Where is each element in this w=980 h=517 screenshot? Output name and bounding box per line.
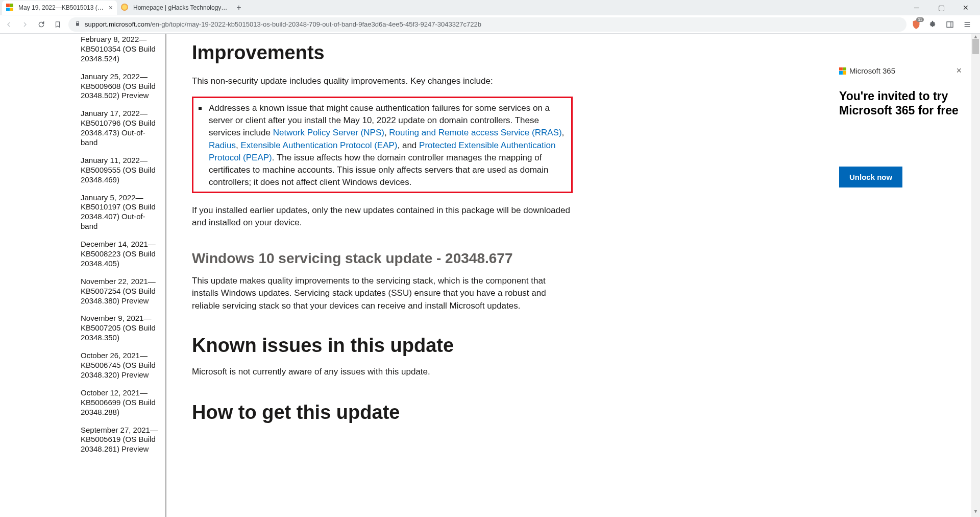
back-button[interactable] xyxy=(3,19,14,30)
lock-icon xyxy=(75,20,81,29)
svg-rect-0 xyxy=(947,21,953,27)
heading-how-to-get: How to get this update xyxy=(192,402,573,424)
address-bar[interactable]: support.microsoft.com/en-gb/topic/may-19… xyxy=(68,17,906,32)
paragraph: If you installed earlier updates, only t… xyxy=(192,204,573,229)
unlock-now-button[interactable]: Unlock now xyxy=(839,167,902,187)
bullet-text: Addresses a known issue that might cause… xyxy=(209,102,566,189)
toolbar: support.microsoft.com/en-gb/topic/may-19… xyxy=(0,15,980,34)
heading-ssu: Windows 10 servicing stack update - 2034… xyxy=(192,250,573,267)
sidebar-item[interactable]: November 22, 2021—KB5007254 (OS Build 20… xyxy=(66,273,165,310)
sidebar-item[interactable]: November 9, 2021—KB5007205 (OS Build 203… xyxy=(66,310,165,347)
sidebar-item[interactable]: February 8, 2022—KB5010354 (OS Build 203… xyxy=(66,35,165,68)
link-rras[interactable]: Routing and Remote access Service (RRAS) xyxy=(389,128,561,137)
bullet-marker-icon xyxy=(199,107,202,110)
brave-shield-icon[interactable]: 31 xyxy=(912,19,921,30)
sidebar-item[interactable]: January 25, 2022—KB5009608 (OS Build 203… xyxy=(66,68,165,105)
sidebar-icon[interactable] xyxy=(944,19,955,30)
scroll-down-arrow-icon[interactable]: ▼ xyxy=(971,508,980,517)
close-tab-icon[interactable]: × xyxy=(109,4,113,12)
sidebar-item[interactable]: December 14, 2021—KB5008223 (OS Build 20… xyxy=(66,236,165,273)
heading-improvements: Improvements xyxy=(192,42,573,64)
microsoft-logo-icon xyxy=(839,67,846,75)
tab-title: May 19, 2022—KB5015013 (OS Bu xyxy=(18,4,106,11)
ghacks-favicon-icon xyxy=(121,4,129,12)
menu-button[interactable] xyxy=(962,19,973,30)
link-nps[interactable]: Network Policy Server (NPS) xyxy=(273,128,384,137)
sidebar-item[interactable]: January 5, 2022—KB5010197 (OS Build 2034… xyxy=(66,189,165,236)
sidebar-item[interactable]: September 27, 2021—KB5005619 (OS Build 2… xyxy=(66,421,165,459)
paragraph: Microsoft is not currently aware of any … xyxy=(192,366,573,378)
maximize-button[interactable]: ▢ xyxy=(929,0,953,15)
microsoft-favicon-icon xyxy=(6,4,14,12)
vertical-scrollbar[interactable]: ▲ ▼ xyxy=(971,34,980,517)
promo-brand: Microsoft 365 xyxy=(849,66,895,75)
tab-title: Homepage | gHacks Technology News xyxy=(133,4,228,11)
forward-button[interactable] xyxy=(19,19,31,30)
intro-paragraph: This non-security update includes qualit… xyxy=(192,75,573,87)
url-path: /en-gb/topic/may-19-2022-kb5015013-os-bu… xyxy=(150,20,481,28)
sidebar-item[interactable]: January 11, 2022—KB5009555 (OS Build 203… xyxy=(66,152,165,189)
paragraph: This update makes quality improvements t… xyxy=(192,275,573,312)
extensions-icon[interactable] xyxy=(927,19,938,30)
article-content: Improvements This non-security update in… xyxy=(166,34,573,517)
minimize-button[interactable]: ─ xyxy=(904,0,929,15)
scrollbar-thumb[interactable] xyxy=(972,39,979,54)
heading-known-issues: Known issues in this update xyxy=(192,335,573,357)
link-eap[interactable]: Extensible Authentication Protocol (EAP) xyxy=(240,140,397,150)
highlighted-bullet-box: Addresses a known issue that might cause… xyxy=(192,97,573,193)
sidebar-item[interactable]: October 26, 2021—KB5006745 (OS Build 203… xyxy=(66,347,165,384)
bookmark-button[interactable] xyxy=(52,19,63,30)
tab-active[interactable]: May 19, 2022—KB5015013 (OS Bu × xyxy=(2,1,117,15)
tab-strip: May 19, 2022—KB5015013 (OS Bu × Homepage… xyxy=(0,0,980,15)
link-radius[interactable]: Radius xyxy=(209,140,236,150)
sidebar-item[interactable]: January 17, 2022—KB5010796 (OS Build 203… xyxy=(66,105,165,152)
close-window-button[interactable]: ✕ xyxy=(953,0,978,15)
url-host: support.microsoft.com xyxy=(85,20,150,28)
promo-panel: Microsoft 365 × You're invited to try Mi… xyxy=(839,65,962,187)
sidebar-item[interactable]: October 12, 2021—KB5006699 (OS Build 203… xyxy=(66,384,165,421)
shield-badge: 31 xyxy=(916,17,924,22)
promo-title: You're invited to try Microsoft 365 for … xyxy=(839,89,962,118)
promo-close-button[interactable]: × xyxy=(956,65,962,76)
sidebar-nav: February 8, 2022—KB5010354 (OS Build 203… xyxy=(66,34,166,517)
reload-button[interactable] xyxy=(36,19,47,30)
new-tab-button[interactable]: + xyxy=(232,3,246,12)
tab-inactive[interactable]: Homepage | gHacks Technology News xyxy=(117,1,232,15)
